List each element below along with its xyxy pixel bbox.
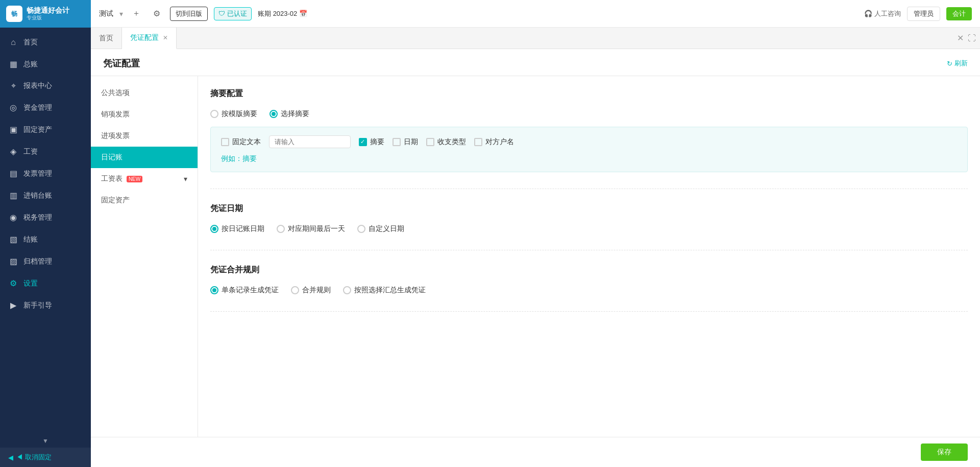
sidebar-item-assets[interactable]: ▣ 固定资产 (0, 119, 91, 141)
summary-radio-template[interactable]: 按模版摘要 (210, 109, 257, 119)
main-area: 测试 ▾ ＋ ⚙ 切到旧版 🛡 已认证 账期 2023-02 📅 🎧 人工咨询 … (91, 0, 980, 467)
reports-icon: ⌖ (8, 81, 18, 90)
date-radio-group: 按日记账日期 对应期间最后一天 自定义日期 (210, 224, 968, 233)
sidebar-scroll-down[interactable]: ▼ (0, 434, 91, 448)
sidebar-pin-button[interactable]: ◀ ◀ 取消固定 (0, 448, 91, 467)
merge-radio-rule[interactable]: 合并规则 (291, 286, 331, 295)
page-wrapper: 凭证配置 ↻ 刷新 公共选项 销项发票 进项发票 日记账 (91, 49, 980, 467)
new-badge: NEW (127, 176, 142, 182)
company-dropdown-icon[interactable]: ▾ (119, 10, 123, 18)
merge-radio-single[interactable]: 单条记录生成凭证 (210, 286, 279, 295)
summary-checkbox[interactable]: 摘要 (359, 137, 384, 147)
accountant-button[interactable]: 会计 (946, 7, 972, 20)
tab-bar: 首页 凭证配置 ✕ ✕ ⛶ (91, 28, 980, 49)
period-last-radio-input[interactable] (277, 225, 285, 233)
sidebar-item-funds[interactable]: ◎ 资金管理 (0, 97, 91, 119)
sidebar-item-reports[interactable]: ⌖ 报表中心 (0, 75, 91, 97)
select-radio-input[interactable] (270, 110, 278, 118)
date-radio-period-last[interactable]: 对应期间最后一天 (277, 224, 345, 233)
date-radio-journal[interactable]: 按日记账日期 (210, 224, 264, 233)
summary-radio-select[interactable]: 选择摘要 (270, 109, 309, 119)
add-button[interactable]: ＋ (129, 7, 143, 21)
save-button[interactable]: 保存 (921, 443, 968, 461)
payroll-icon: ◈ (8, 147, 18, 156)
home-icon: ⌂ (8, 38, 18, 47)
topbar: 测试 ▾ ＋ ⚙ 切到旧版 🛡 已认证 账期 2023-02 📅 🎧 人工咨询 … (91, 0, 980, 28)
period-label: 账期 2023-02 📅 (258, 9, 307, 18)
tax-icon: ◉ (8, 213, 18, 222)
merge-radio-group: 单条记录生成凭证 合并规则 按照选择汇总生成凭证 (210, 286, 968, 295)
tab-home[interactable]: 首页 (91, 28, 122, 49)
example-text: 例如：摘要 (221, 154, 957, 164)
manager-button[interactable]: 管理员 (907, 7, 940, 21)
tab-close-icon[interactable]: ✕ (163, 34, 168, 41)
divider-2 (210, 250, 968, 250)
custom-date-radio-input[interactable] (357, 225, 365, 233)
shield-icon: 🛡 (218, 10, 225, 17)
chevron-down-icon: ▾ (184, 175, 187, 183)
menu-item-fixed-assets[interactable]: 固定资产 (91, 190, 198, 211)
divider-3 (210, 311, 968, 312)
support-button[interactable]: 🎧 人工咨询 (864, 9, 901, 18)
sidebar-item-guide[interactable]: ▶ 新手引导 (0, 294, 91, 316)
tab-fullscreen-button[interactable]: ⛶ (968, 34, 976, 43)
certified-badge: 🛡 已认证 (214, 7, 252, 20)
summary-title: 摘要配置 (210, 88, 968, 99)
archive-icon: ▨ (8, 256, 18, 266)
date-checkbox-input[interactable] (393, 138, 401, 146)
switch-to-old-button[interactable]: 切到旧版 (170, 7, 208, 21)
date-section: 凭证日期 按日记账日期 对应期间最后一天 自定义日期 (210, 203, 968, 233)
tab-controls: ✕ ⛶ (957, 33, 980, 43)
summary-section: 摘要配置 按模版摘要 选择摘要 (210, 88, 968, 172)
fixed-text-checkbox[interactable]: 固定文本 (221, 137, 261, 147)
payment-type-checkbox[interactable]: 收支类型 (426, 137, 466, 147)
refresh-button[interactable]: ↻ 刷新 (947, 59, 968, 68)
tab-voucher-config[interactable]: 凭证配置 ✕ (122, 28, 177, 49)
sidebar-item-settings[interactable]: ⚙ 设置 (0, 272, 91, 294)
date-title: 凭证日期 (210, 203, 968, 214)
sidebar-item-payroll[interactable]: ◈ 工资 (0, 141, 91, 162)
menu-item-payroll-table[interactable]: 工资表 NEW ▾ (91, 168, 198, 190)
counterpart-checkbox[interactable]: 对方户名 (474, 137, 514, 147)
summary-checkbox-input[interactable] (359, 138, 367, 146)
sidebar-item-home[interactable]: ⌂ 首页 (0, 32, 91, 53)
single-radio-input[interactable] (210, 286, 218, 294)
menu-item-public[interactable]: 公共选项 (91, 82, 198, 104)
counterpart-checkbox-input[interactable] (474, 138, 482, 146)
menu-item-purchase-invoice[interactable]: 进项发票 (91, 125, 198, 147)
logo-sub: 专业版 (27, 14, 69, 21)
template-radio-input[interactable] (210, 110, 218, 118)
topbar-right: 🎧 人工咨询 管理员 会计 (864, 7, 972, 21)
merge-rule-radio-input[interactable] (291, 286, 299, 294)
headset-icon: 🎧 (864, 10, 872, 17)
assets-icon: ▣ (8, 125, 18, 134)
fixed-text-input[interactable] (269, 135, 351, 148)
menu-item-sales-invoice[interactable]: 销项发票 (91, 104, 198, 125)
sidebar-item-trade[interactable]: ▥ 进销台账 (0, 184, 91, 206)
menu-item-journal[interactable]: 日记账 (91, 147, 198, 168)
date-checkbox[interactable]: 日期 (393, 137, 418, 147)
ledger-icon: ▦ (8, 59, 18, 69)
settings-button[interactable]: ⚙ (150, 7, 164, 21)
page-header: 凭证配置 ↻ 刷新 (91, 49, 980, 76)
sidebar-item-tax[interactable]: ◉ 税务管理 (0, 206, 91, 228)
merge-radio-select-all[interactable]: 按照选择汇总生成凭证 (343, 286, 426, 295)
settings-icon: ⚙ (8, 278, 18, 288)
sidebar-nav: ⌂ 首页 ▦ 总账 ⌖ 报表中心 ◎ 资金管理 ▣ 固定资产 ◈ 工资 ▤ 发票… (0, 28, 91, 434)
select-all-radio-input[interactable] (343, 286, 351, 294)
sidebar-item-invoice[interactable]: ▤ 发票管理 (0, 162, 91, 184)
pin-icon: ◀ (8, 454, 13, 461)
sidebar-item-archive[interactable]: ▨ 归档管理 (0, 250, 91, 272)
sidebar-item-ledger[interactable]: ▦ 总账 (0, 53, 91, 75)
date-radio-custom[interactable]: 自定义日期 (357, 224, 404, 233)
tab-close-all-button[interactable]: ✕ (957, 33, 964, 43)
logo-icon: 畅 (6, 6, 22, 22)
summary-radio-group: 按模版摘要 选择摘要 (210, 109, 968, 119)
journal-date-radio-input[interactable] (210, 225, 218, 233)
payment-type-checkbox-input[interactable] (426, 138, 434, 146)
sidebar-item-closing[interactable]: ▧ 结账 (0, 228, 91, 250)
fixed-text-checkbox-input[interactable] (221, 138, 229, 146)
merge-title: 凭证合并规则 (210, 265, 968, 275)
left-menu: 公共选项 销项发票 进项发票 日记账 工资表 NEW ▾ (91, 76, 198, 437)
closing-icon: ▧ (8, 235, 18, 244)
